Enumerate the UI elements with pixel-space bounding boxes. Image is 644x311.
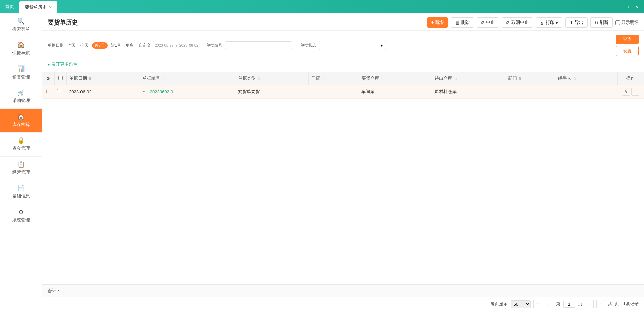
page-unit: 页: [578, 301, 582, 307]
sidebar-item-operation-mgmt-label: 经营管理: [12, 169, 30, 175]
asset-mgmt-icon: 🔒: [17, 137, 25, 143]
main-layout: 🔍 搜索菜单 🏠 快捷导航 📊 销售管理 🛒 采购管理 🏠 库存核算 🔒 资金管…: [0, 13, 644, 311]
status-select[interactable]: ▾: [319, 41, 386, 50]
custom-shortcut[interactable]: 自定义: [137, 42, 152, 49]
purchase-mgmt-icon: 🛒: [17, 90, 25, 96]
expand-filter-button[interactable]: ▾ 展开更多条件: [48, 61, 77, 68]
tab-requisition-history-label: 要货单历史: [25, 4, 47, 10]
sort-req-warehouse-icon: ⇅: [381, 77, 384, 80]
sidebar-item-sales-mgmt[interactable]: 📊 销售管理: [0, 61, 42, 85]
page-size-select[interactable]: 50 10 20 100: [511, 300, 531, 308]
page-title: 要货单历史: [48, 18, 78, 27]
sidebar-item-inventory-calc[interactable]: 🏠 库存核算: [0, 109, 42, 133]
select-all-checkbox[interactable]: [58, 76, 63, 80]
date-filter-label: 单据日期: [48, 43, 64, 48]
system-mgmt-icon: ⚙: [18, 209, 24, 215]
prev-page-button[interactable]: ‹: [545, 300, 553, 308]
last1month-shortcut[interactable]: 近1月: [110, 42, 123, 49]
sidebar-item-search-menu[interactable]: 🔍 搜索菜单: [0, 13, 42, 37]
sidebar-item-asset-mgmt[interactable]: 🔒 资金管理: [0, 133, 42, 157]
suspend-button[interactable]: ⊘ 中止: [477, 17, 499, 28]
search-menu-icon: 🔍: [17, 18, 25, 24]
delete-button[interactable]: 🗑 删除: [451, 17, 474, 28]
top-bar: 首页 要货单历史 ✕ — □ ✕: [0, 0, 644, 13]
print-button[interactable]: 🖨 打印 ▾: [536, 17, 562, 28]
more-action-icon[interactable]: ⋯: [631, 88, 639, 96]
col-doc-type-label: 单据类型: [238, 76, 256, 81]
sort-department-icon: ⇅: [519, 77, 521, 80]
sidebar-item-sales-mgmt-label: 销售管理: [12, 74, 30, 80]
sidebar: 🔍 搜索菜单 🏠 快捷导航 📊 销售管理 🛒 采购管理 🏠 库存核算 🔒 资金管…: [0, 13, 42, 311]
yesterday-shortcut[interactable]: 昨天: [66, 42, 77, 49]
sales-mgmt-icon: 📊: [17, 66, 25, 72]
sidebar-item-quick-nav[interactable]: 🏠 快捷导航: [0, 37, 42, 61]
sidebar-item-system-mgmt[interactable]: ⚙ 系统管理: [0, 204, 42, 228]
sort-store-icon: ⇅: [322, 77, 325, 80]
col-handler[interactable]: 经手人 ⇅: [555, 72, 617, 85]
edit-action-icon[interactable]: ✎: [622, 88, 630, 96]
show-detail-input[interactable]: [615, 20, 620, 25]
doc-number-input[interactable]: [225, 41, 292, 49]
setting-button[interactable]: 设置: [616, 46, 639, 56]
col-actions-label: 操作: [626, 76, 635, 81]
sidebar-item-basic-info[interactable]: 📄 基础信息: [0, 180, 42, 204]
more-shortcut[interactable]: 更多: [124, 42, 135, 49]
col-checkbox: [54, 72, 66, 85]
query-button[interactable]: 查询: [616, 35, 639, 44]
col-pending-warehouse[interactable]: 待出仓库 ⇅: [432, 72, 505, 85]
sidebar-item-purchase-mgmt-label: 采购管理: [12, 98, 30, 104]
content-area: 要货单历史 + 新增 🗑 删除 ⊘ 中止 ⊘ 取消中止 🖨 打印: [42, 13, 644, 311]
cancel-suspend-button[interactable]: ⊘ 取消中止: [502, 17, 533, 28]
last7days-shortcut[interactable]: 近7天: [92, 42, 108, 49]
col-req-warehouse[interactable]: 要货仓库 ⇅: [359, 72, 432, 85]
sidebar-item-system-mgmt-label: 系统管理: [12, 217, 30, 223]
row-select-checkbox[interactable]: [57, 89, 61, 93]
expand-label: 展开更多条件: [51, 61, 77, 68]
today-shortcut[interactable]: 今天: [79, 42, 90, 49]
last-page-button[interactable]: »: [596, 300, 605, 308]
tab-requisition-history[interactable]: 要货单历史 ✕: [19, 1, 57, 13]
sidebar-item-operation-mgmt[interactable]: 📋 经营管理: [0, 157, 42, 180]
page-header: 要货单历史 + 新增 🗑 删除 ⊘ 中止 ⊘ 取消中止 🖨 打印: [42, 13, 644, 31]
add-button[interactable]: + 新增: [427, 17, 448, 28]
row-settings: 1: [42, 85, 54, 99]
col-settings[interactable]: ⚙: [42, 72, 54, 85]
col-store[interactable]: 门店 ⇅: [309, 72, 359, 85]
tab-bar: 首页 要货单历史 ✕: [0, 0, 620, 13]
filter-date: 单据日期 昨天 今天 近7天 近1月 更多 自定义 2023-05-27 至 2…: [48, 42, 198, 49]
refresh-button[interactable]: ↻ 刷新: [590, 17, 613, 28]
col-doc-type[interactable]: 单据类型 ⇅: [235, 72, 308, 85]
show-detail-label: 显示明细: [621, 19, 639, 26]
maximize-button[interactable]: □: [628, 4, 631, 9]
close-button[interactable]: ✕: [635, 4, 639, 9]
export-button[interactable]: ⬆ 导出: [565, 17, 588, 28]
tab-close-icon[interactable]: ✕: [49, 5, 52, 10]
sidebar-item-search-menu-label: 搜索菜单: [12, 26, 30, 32]
row-doc-number: YH-20230602-0: [140, 85, 235, 99]
suspend-icon: ⊘: [481, 20, 485, 25]
minimize-button[interactable]: —: [620, 4, 624, 9]
col-handler-label: 经手人: [558, 76, 571, 81]
sidebar-item-purchase-mgmt[interactable]: 🛒 采购管理: [0, 85, 42, 109]
operation-mgmt-icon: 📋: [17, 161, 25, 167]
window-controls: — □ ✕: [620, 4, 644, 9]
row-actions: ✎ ⋯: [617, 85, 644, 99]
delete-icon: 🗑: [455, 20, 460, 25]
sort-pending-warehouse-icon: ⇅: [454, 77, 457, 80]
doc-number-link[interactable]: YH-20230602-0: [142, 89, 173, 94]
next-page-button[interactable]: ›: [585, 300, 594, 308]
sidebar-item-basic-info-label: 基础信息: [12, 193, 30, 199]
col-doc-number[interactable]: 单据编号 ⇅: [140, 72, 235, 85]
row-doc-date: 2023-06-02: [66, 85, 140, 99]
tab-home-label: 首页: [5, 4, 14, 10]
footer-pagination: 每页显示 50 10 20 100 « ‹ 第 页 › » 共1页，1条记录: [42, 297, 644, 311]
tab-home[interactable]: 首页: [0, 0, 19, 13]
col-department[interactable]: 部门 ⇅: [505, 72, 555, 85]
row-req-warehouse: 车间库: [359, 85, 432, 99]
status-label: 单据状态: [300, 43, 316, 48]
summary-row: 合计：: [42, 284, 644, 297]
first-page-button[interactable]: «: [533, 300, 542, 308]
page-input[interactable]: [563, 301, 575, 308]
col-doc-date[interactable]: 单据日期 ⇅: [66, 72, 140, 85]
show-detail-checkbox[interactable]: 显示明细: [615, 19, 639, 26]
